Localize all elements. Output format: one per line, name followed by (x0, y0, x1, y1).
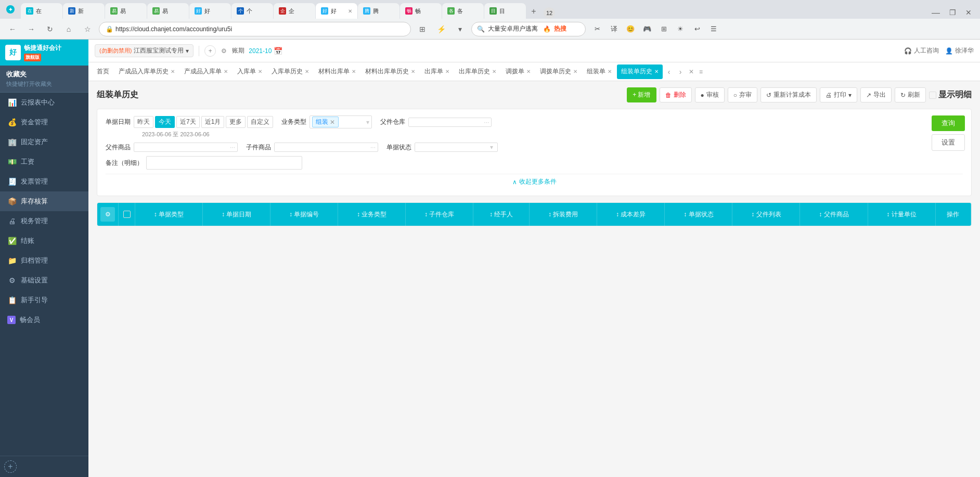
browser-tab-8[interactable]: 好 好 ✕ (316, 3, 357, 19)
th-bill-status[interactable]: ↕ 单据状态 (665, 203, 732, 226)
nav-tab-in-hist[interactable]: 入库单历史 ✕ (267, 65, 313, 79)
nav-tab-out-hist[interactable]: 出库单历史 ✕ (455, 65, 500, 79)
performance-button[interactable]: ⚡ (434, 22, 448, 36)
th-biz-type[interactable]: ↕ 业务类型 (338, 203, 406, 226)
th-handler[interactable]: ↕ 经手人 (473, 203, 530, 226)
th-parent-list[interactable]: ↕ 父件列表 (732, 203, 800, 226)
sidebar-item-fund[interactable]: 💰 资金管理 (0, 112, 88, 132)
th-settings[interactable]: ⚙ (97, 203, 119, 226)
date-btn-yesterday[interactable]: 昨天 (134, 116, 153, 128)
biz-type-selector[interactable]: 组装 ✕ ▾ (310, 115, 372, 128)
date-btn-more[interactable]: 更多 (226, 116, 246, 128)
tab-close-8[interactable]: ✕ (348, 8, 352, 14)
nav-tab-prev[interactable]: ‹ (664, 62, 674, 81)
nav-tab-assemble-close[interactable]: ✕ (526, 69, 531, 74)
nav-tab-assemble-hist-close[interactable]: ✕ (573, 69, 577, 74)
sidebar-item-archive[interactable]: 📁 归档管理 (0, 251, 88, 270)
sidebar-item-salary[interactable]: 💵 工资 (0, 152, 88, 172)
add-company-button[interactable]: + (204, 45, 216, 57)
nav-tab-in-order[interactable]: 入库单 ✕ (233, 65, 266, 79)
approve-button[interactable]: ● 审核 (695, 87, 725, 102)
nav-tab-prod-in-hist[interactable]: 产成品入库单历史 ✕ (114, 65, 179, 79)
home-button[interactable]: ⌂ (61, 22, 76, 36)
search-bar[interactable]: 🔍 大量安卓用户逃离 🔥 热搜 (471, 22, 586, 36)
export-button[interactable]: ↗ 导出 (860, 87, 892, 102)
close-all-tabs-button[interactable]: ✕ (687, 67, 696, 76)
sidebar-item-inventory[interactable]: 📦 库存核算 (0, 191, 88, 211)
nav-tab-in-order-close[interactable]: ✕ (258, 69, 262, 74)
date-btn-today[interactable]: 今天 (155, 116, 175, 128)
nav-tab-kit-hist-close[interactable]: ✕ (654, 69, 659, 74)
show-detail-checkbox[interactable] (929, 92, 936, 99)
date-btn-custom[interactable]: 自定义 (247, 116, 273, 128)
period-selector[interactable]: 账期 2021-10 📅 (232, 46, 282, 55)
nav-tab-out-order[interactable]: 出库单 ✕ (420, 65, 454, 79)
unapprove-button[interactable]: ○ 弃审 (728, 87, 757, 102)
sidebar-item-fixed-asset[interactable]: 🏢 固定资产 (0, 132, 88, 152)
window-minimize[interactable]: — (927, 7, 944, 19)
menu-icon[interactable]: ☰ (706, 22, 721, 36)
order-status-selector[interactable]: ▾ (415, 143, 498, 152)
nav-tab-mat-out-close[interactable]: ✕ (352, 69, 356, 74)
th-child-warehouse[interactable]: ↕ 子件仓库 (406, 203, 473, 226)
sidebar-item-checkout[interactable]: ✅ 结账 (0, 231, 88, 251)
settings-gear-icon[interactable]: ⚙ (221, 47, 227, 55)
browser-tab-4[interactable]: 易 易 (147, 3, 189, 19)
nav-tab-kit[interactable]: 组装单 ✕ (583, 65, 616, 79)
browser-tab-9[interactable]: 腾 腾 (358, 3, 399, 19)
nav-tab-assemble-hist[interactable]: 调拨单历史 ✕ (536, 65, 582, 79)
print-button[interactable]: 🖨 打印 ▾ (820, 87, 857, 102)
th-unit[interactable]: ↕ 计量单位 (868, 203, 935, 226)
company-selector[interactable]: (勿删勿禁用) 江西服宝测试专用 ▾ (95, 44, 194, 57)
nav-tab-kit-close[interactable]: ✕ (608, 69, 612, 74)
th-bill-type[interactable]: ↕ 单据类型 (135, 203, 203, 226)
parent-warehouse-selector[interactable]: ··· (408, 118, 492, 127)
nav-tab-mat-out-hist[interactable]: 材料出库单历史 ✕ (361, 65, 419, 79)
browser-tab-7[interactable]: 企 企 (274, 3, 315, 19)
show-detail-toggle[interactable]: 显示明细 (929, 89, 972, 100)
nav-tab-out-order-close[interactable]: ✕ (445, 69, 449, 74)
sidebar-item-settings[interactable]: ⚙ 基础设置 (0, 270, 88, 290)
grid-icon[interactable]: ⊞ (656, 22, 671, 36)
collapse-button[interactable]: ∧ 收起更多条件 (106, 174, 963, 189)
nav-tab-mat-out-hist-close[interactable]: ✕ (411, 69, 415, 74)
browser-tab-1[interactable]: 在 在 (21, 3, 62, 19)
undo-icon[interactable]: ↩ (690, 22, 704, 36)
th-cost-diff[interactable]: ↕ 成本差异 (597, 203, 665, 226)
forward-button[interactable]: → (24, 22, 38, 36)
nav-tab-prod-in-close[interactable]: ✕ (224, 69, 228, 74)
nav-tab-kit-hist[interactable]: 组装单历史 ✕ (617, 65, 663, 79)
th-parent-goods[interactable]: ↕ 父件商品 (800, 203, 868, 226)
sidebar-item-invoice[interactable]: 🧾 发票管理 (0, 172, 88, 191)
browser-tab-12[interactable]: 目 目 (484, 3, 526, 19)
nav-tab-home[interactable]: 首页 (93, 65, 113, 79)
parent-goods-selector[interactable]: ··· (134, 143, 238, 152)
sidebar-item-report[interactable]: 📊 云报表中心 (0, 93, 88, 112)
qr-button[interactable]: ⊞ (415, 22, 430, 36)
new-tab-button[interactable]: + (526, 4, 541, 19)
sidebar-item-guide[interactable]: 📋 新手引导 (0, 290, 88, 310)
th-bill-no[interactable]: ↕ 单据编号 (270, 203, 338, 226)
scissors-icon[interactable]: ✂ (590, 22, 604, 36)
browser-tab-2[interactable]: 新 新 (63, 3, 105, 19)
th-checkbox[interactable] (119, 203, 135, 226)
table-settings-button[interactable]: ⚙ (100, 207, 115, 222)
url-bar[interactable]: 🔒 https://cloud.chanjet.com/accounting/u… (99, 22, 411, 36)
setup-button[interactable]: 设置 (932, 134, 965, 151)
refresh-button[interactable]: ↻ 刷新 (895, 87, 926, 102)
nav-tab-mat-out[interactable]: 材料出库单 ✕ (314, 65, 360, 79)
back-button[interactable]: ← (5, 22, 20, 36)
sidebar-item-tax[interactable]: 🖨 税务管理 (0, 211, 88, 231)
translate-icon[interactable]: 译 (607, 22, 621, 36)
add-button[interactable]: + 新增 (627, 87, 656, 102)
user-menu[interactable]: 👤 徐泽华 (945, 46, 974, 55)
game-icon[interactable]: 🎮 (640, 22, 654, 36)
delete-button[interactable]: 🗑 删除 (660, 87, 692, 102)
tab-more-button[interactable]: ≡ (697, 67, 705, 76)
nav-tab-prod-in-hist-close[interactable]: ✕ (171, 69, 175, 74)
recalc-button[interactable]: ↺ 重新计算成本 (760, 87, 817, 102)
nav-tab-next[interactable]: › (675, 62, 686, 81)
note-input[interactable] (146, 156, 302, 170)
browser-tab-5[interactable]: 好 好 (189, 3, 231, 19)
help-button[interactable]: 🎧 人工咨询 (904, 46, 939, 55)
